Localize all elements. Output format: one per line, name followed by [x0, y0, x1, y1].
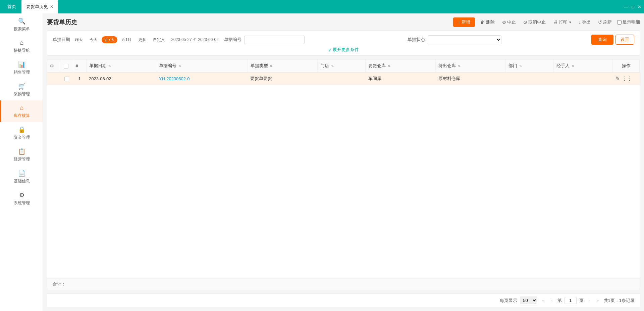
pagination-bar: 每页显示 50 10 20 100 « ‹ 第 页 › » 共1页，1条记录 — [47, 294, 640, 307]
th-date[interactable]: 单据日期 ⇅ — [86, 59, 156, 73]
sidebar-item-operations-label: 经营管理 — [14, 157, 30, 162]
refresh-button[interactable]: ↺ 刷新 — [596, 18, 614, 27]
sidebar-item-quick-nav[interactable]: ⌂ 快捷导航 — [0, 35, 43, 57]
td-docno[interactable]: YH-20230602-0 — [156, 73, 248, 85]
td-handler — [554, 73, 613, 85]
filter-area: 单据日期 昨天 今天 近7天 近1月 更多 自定义 2023-05-27 至 2… — [47, 30, 640, 56]
sidebar-item-operations[interactable]: 📋 经营管理 — [0, 144, 43, 166]
row-action-icons: ✎ ⋮⋮ — [615, 76, 637, 82]
sidebar-item-sales-label: 销售管理 — [14, 70, 30, 75]
docno-input[interactable] — [244, 36, 305, 44]
last-page-button[interactable]: » — [594, 297, 601, 304]
data-table: ⚙ # 单据日期 ⇅ 单据编号 ⇅ — [47, 59, 640, 85]
th-store[interactable]: 门店 ⇅ — [318, 59, 366, 73]
td-checkbox[interactable] — [61, 73, 73, 85]
close-button[interactable]: ✕ — [638, 4, 641, 9]
th-settings[interactable]: ⚙ — [47, 59, 61, 73]
sidebar-item-inventory[interactable]: ⌂ 库存核算 — [0, 100, 43, 122]
delete-button[interactable]: 🗑 删除 — [478, 18, 497, 27]
th-doctype[interactable]: 单据类型 ⇅ — [248, 59, 318, 73]
tab-history-close[interactable]: ✕ — [50, 4, 53, 9]
th-pending-warehouse[interactable]: 待出仓库 ⇅ — [436, 59, 506, 73]
th-handler[interactable]: 经手人 ⇅ — [554, 59, 613, 73]
cancel-stop-button[interactable]: ⊙ 取消中止 — [521, 18, 548, 27]
first-page-button[interactable]: « — [540, 297, 546, 304]
th-checkbox[interactable] — [61, 59, 73, 73]
print-label: 打印 — [559, 19, 568, 25]
query-button[interactable]: 查询 — [591, 35, 613, 45]
sort-store-icon: ⇅ — [331, 64, 334, 68]
export-icon: ↓ — [579, 19, 581, 25]
search-icon: 🔍 — [18, 17, 25, 25]
stop-button[interactable]: ⊘ 中止 — [500, 18, 518, 27]
row-checkbox[interactable] — [64, 77, 69, 81]
refresh-label: 刷新 — [603, 19, 612, 25]
action-buttons: 查询 设置 — [591, 35, 634, 45]
refresh-icon: ↺ — [598, 19, 602, 25]
page-header: 要货单历史 + 新增 🗑 删除 ⊘ 中止 ⊙ 取消中止 🖨 — [47, 17, 640, 27]
cancel-stop-icon: ⊙ — [523, 19, 527, 25]
sidebar-item-search[interactable]: 🔍 搜索菜单 — [0, 13, 43, 35]
date-pill-yesterday[interactable]: 昨天 — [72, 36, 86, 43]
th-docno[interactable]: 单据编号 ⇅ — [156, 59, 248, 73]
export-button[interactable]: ↓ 导出 — [577, 18, 593, 27]
home-icon: ⌂ — [20, 39, 24, 46]
th-dept[interactable]: 部门 ⇅ — [505, 59, 553, 73]
date-pill-more[interactable]: 更多 — [136, 36, 149, 43]
table-wrapper: ⚙ # 单据日期 ⇅ 单据编号 ⇅ — [47, 59, 640, 290]
sidebar-item-system[interactable]: ⚙ 系统管理 — [0, 187, 43, 209]
add-label: + 新增 — [458, 19, 470, 25]
sort-req-warehouse-icon: ⇅ — [388, 64, 390, 68]
row-edit-icon[interactable]: ✎ — [615, 76, 620, 82]
date-filter-group: 单据日期 昨天 今天 近7天 近1月 更多 自定义 2023-05-27 至 2… — [53, 36, 219, 43]
table-head: ⚙ # 单据日期 ⇅ 单据编号 ⇅ — [47, 59, 640, 73]
page-input[interactable] — [565, 297, 577, 304]
main-content: 要货单历史 + 新增 🗑 删除 ⊘ 中止 ⊙ 取消中止 🖨 — [43, 13, 644, 311]
th-operations: 操作 — [613, 59, 640, 73]
settings-button[interactable]: 设置 — [615, 35, 634, 45]
minimize-button[interactable]: — — [624, 4, 628, 9]
query-label: 查询 — [598, 37, 607, 43]
add-button[interactable]: + 新增 — [453, 17, 475, 27]
sort-pending-warehouse-icon: ⇅ — [458, 64, 461, 68]
header-checkbox[interactable] — [64, 64, 68, 69]
tab-history[interactable]: 要货单历史 ✕ — [21, 0, 58, 13]
sidebar-item-finance[interactable]: 🔒 资金管理 — [0, 122, 43, 144]
table-row: 1 2023-06-02 YH-20230602-0 要货单要货 车间库 原材料… — [47, 73, 640, 85]
row-more-icon[interactable]: ⋮⋮ — [622, 76, 632, 82]
th-req-warehouse[interactable]: 要货仓库 ⇅ — [366, 59, 436, 73]
td-num: 1 — [73, 73, 86, 85]
expand-label: 展开更多条件 — [333, 47, 359, 53]
show-detail-checkbox[interactable] — [617, 20, 622, 25]
filter-expand[interactable]: ∨ 展开更多条件 — [53, 47, 634, 53]
maximize-button[interactable]: □ — [632, 4, 634, 9]
next-page-button[interactable]: › — [586, 297, 592, 304]
page-label-pre: 第 — [557, 298, 562, 304]
tab-home-label: 首页 — [7, 4, 16, 10]
status-select[interactable] — [428, 35, 501, 44]
sidebar-item-purchase[interactable]: 🛒 采购管理 — [0, 79, 43, 100]
th-num: # — [73, 59, 86, 73]
show-detail-toggle[interactable]: 显示明细 — [617, 19, 640, 25]
date-pill-last7days[interactable]: 近7天 — [102, 36, 117, 43]
prev-page-button[interactable]: ‹ — [549, 297, 555, 304]
date-pill-last1month[interactable]: 近1月 — [119, 36, 135, 43]
tab-home[interactable]: 首页 — [3, 0, 21, 13]
toolbar: + 新增 🗑 删除 ⊘ 中止 ⊙ 取消中止 🖨 打印 — [453, 17, 640, 27]
top-bar: 首页 要货单历史 ✕ — □ ✕ — [0, 0, 644, 13]
sidebar-item-base-info[interactable]: 📄 基础信息 — [0, 166, 43, 187]
status-label: 单据状态 — [408, 37, 425, 43]
stop-label: 中止 — [507, 19, 516, 25]
date-label: 单据日期 — [53, 37, 70, 43]
date-pill-today[interactable]: 今天 — [87, 36, 100, 43]
sort-handler-icon: ⇅ — [572, 64, 574, 68]
filter-row-1: 单据日期 昨天 今天 近7天 近1月 更多 自定义 2023-05-27 至 2… — [53, 35, 634, 45]
date-pill-custom[interactable]: 自定义 — [150, 36, 168, 43]
total-info: 共1页，1条记录 — [604, 298, 635, 304]
per-page-select[interactable]: 50 10 20 100 — [520, 297, 537, 304]
inventory-icon: ⌂ — [20, 104, 24, 112]
print-button[interactable]: 🖨 打印 — [551, 18, 573, 27]
export-label: 导出 — [582, 19, 591, 25]
td-row-actions: ✎ ⋮⋮ — [613, 73, 640, 85]
sidebar-item-sales[interactable]: 📊 销售管理 — [0, 57, 43, 79]
